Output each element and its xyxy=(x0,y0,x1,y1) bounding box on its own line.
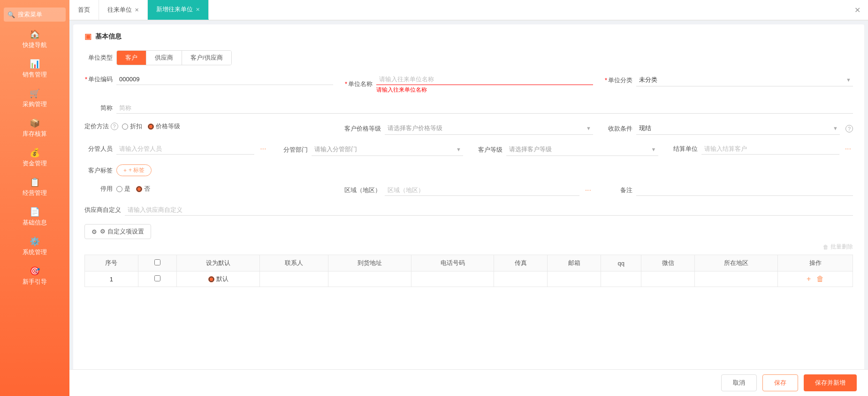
payment-terms-select[interactable]: 现结 ▼ xyxy=(636,122,840,135)
settlement-unit-input[interactable] xyxy=(701,143,839,155)
row-checkbox[interactable] xyxy=(154,275,160,281)
save-button[interactable]: 保存 xyxy=(762,374,798,391)
cell-contact xyxy=(260,272,328,287)
department-select[interactable]: 请输入分管部门 ▼ xyxy=(312,143,464,156)
sidebar-item-basic[interactable]: 📄 基础信息 xyxy=(0,202,69,232)
unit-code-input[interactable] xyxy=(116,74,333,85)
sidebar-item-inventory[interactable]: 📦 库存核算 xyxy=(0,113,69,143)
home-icon: 🏠 xyxy=(30,29,40,39)
col-phone: 电话号码 xyxy=(411,255,494,272)
row-default-option[interactable]: 默认 xyxy=(182,275,255,283)
gear-icon: ⚙️ xyxy=(30,236,40,247)
manager-more-icon[interactable]: ··· xyxy=(258,145,268,153)
pricing-level-radio[interactable] xyxy=(148,124,154,130)
guide-icon: 🎯 xyxy=(30,266,40,276)
col-qq: qq xyxy=(601,255,641,272)
tab-bar: 首页 往来单位 ✕ 新增往来单位 ✕ ✕ xyxy=(69,0,868,21)
close-all-tabs[interactable]: ✕ xyxy=(847,6,868,15)
remarks-field: 备注 xyxy=(604,185,853,196)
chevron-down-icon-5: ▼ xyxy=(651,147,658,152)
customer-level-placeholder: 请选择客户等级 xyxy=(506,143,651,155)
disabled-yes-option[interactable]: 是 xyxy=(116,185,130,193)
pricing-radio-group: 折扣 价格等级 xyxy=(122,122,180,131)
manager-input[interactable] xyxy=(116,143,254,155)
pricing-discount-option[interactable]: 折扣 xyxy=(122,122,142,131)
sidebar-item-label: 销售管理 xyxy=(23,70,47,79)
customer-price-level-field: 客户价格等级 请选择客户价格等级 ▼ xyxy=(344,122,593,135)
supplier-custom-input[interactable] xyxy=(125,204,853,216)
pricing-help-icon[interactable]: ? xyxy=(111,123,118,130)
customer-tag-row: 客户标签 + + 标签 xyxy=(84,164,853,176)
unit-name-label: *单位名称 xyxy=(344,80,373,88)
short-name-input[interactable] xyxy=(116,102,853,114)
chart-icon: 📊 xyxy=(30,59,40,69)
customer-level-select[interactable]: 请选择客户等级 ▼ xyxy=(506,143,658,156)
unit-name-input[interactable] xyxy=(376,74,593,85)
cell-email xyxy=(548,272,601,287)
cell-qq xyxy=(601,272,641,287)
add-tag-button[interactable]: + + 标签 xyxy=(116,164,152,176)
pricing-discount-radio[interactable] xyxy=(122,124,128,130)
region-more-icon[interactable]: ··· xyxy=(583,186,593,194)
unit-name-field: *单位名称 请输入往来单位名称 xyxy=(344,74,593,94)
delete-row-icon[interactable]: 🗑 xyxy=(816,275,824,283)
region-field: 区域（地区） ··· xyxy=(344,185,593,196)
btn-supplier[interactable]: 供应商 xyxy=(146,51,182,65)
btn-customer[interactable]: 客户 xyxy=(117,51,146,65)
department-label: 分管部门 xyxy=(280,146,308,154)
tab-new-partner[interactable]: 新增往来单位 ✕ xyxy=(148,0,209,20)
section-header: ▣ 基本信息 xyxy=(84,32,853,41)
payment-terms-help-icon[interactable]: ? xyxy=(845,125,853,132)
search-menu-label: 搜索菜单 xyxy=(18,10,42,19)
unit-category-select[interactable]: 未分类 ▼ xyxy=(636,74,853,86)
save-and-new-button[interactable]: 保存并新增 xyxy=(804,374,857,391)
sidebar-item-guide[interactable]: 🎯 新手引导 xyxy=(0,261,69,291)
cancel-button[interactable]: 取消 xyxy=(721,374,757,391)
disabled-no-option[interactable]: 否 xyxy=(136,185,150,193)
chevron-down-icon-3: ▼ xyxy=(833,125,840,131)
remarks-input[interactable] xyxy=(636,185,853,196)
sidebar-item-operations[interactable]: 📋 经营管理 xyxy=(0,172,69,202)
sidebar-item-quick-nav[interactable]: 🏠 快捷导航 xyxy=(0,24,69,54)
close-partners-tab[interactable]: ✕ xyxy=(135,7,139,13)
custom-settings-button[interactable]: ⚙ ⚙ 自定义项设置 xyxy=(84,224,151,239)
cell-wechat xyxy=(641,272,695,287)
btn-both[interactable]: 客户/供应商 xyxy=(182,51,231,65)
unit-category-field: *单位分类 未分类 ▼ xyxy=(604,74,853,86)
search-menu[interactable]: 🔍 搜索菜单 xyxy=(4,8,66,22)
sidebar: 🔍 搜索菜单 🏠 快捷导航 📊 销售管理 🛒 采购管理 📦 库存核算 💰 资金管… xyxy=(0,0,69,396)
pricing-level-option[interactable]: 价格等级 xyxy=(148,122,180,131)
batch-delete-label[interactable]: 批量删除 xyxy=(830,243,853,251)
table-header: 序号 设为默认 联系人 到货地址 电话号码 传真 邮箱 qq 微信 所在地区 操… xyxy=(85,255,853,272)
contacts-table: 序号 设为默认 联系人 到货地址 电话号码 传真 邮箱 qq 微信 所在地区 操… xyxy=(84,255,853,287)
sidebar-item-system[interactable]: ⚙️ 系统管理 xyxy=(0,232,69,261)
doc-icon: 📄 xyxy=(30,207,40,217)
region-input[interactable] xyxy=(385,185,579,196)
sidebar-item-sales[interactable]: 📊 销售管理 xyxy=(0,54,69,84)
supplier-custom-field: 供应商自定义 xyxy=(84,204,853,216)
gear-small-icon: ⚙ xyxy=(91,228,97,235)
unit-category-value: 未分类 xyxy=(636,74,846,86)
settlement-more-icon[interactable]: ··· xyxy=(843,145,853,153)
customer-price-level-placeholder: 请选择客户价格等级 xyxy=(385,122,586,134)
add-row-icon[interactable]: + xyxy=(807,275,811,283)
cell-address xyxy=(328,272,411,287)
sidebar-item-finance[interactable]: 💰 资金管理 xyxy=(0,143,69,172)
customer-price-level-select[interactable]: 请选择客户价格等级 ▼ xyxy=(385,122,593,135)
tab-partners[interactable]: 往来单位 ✕ xyxy=(99,0,148,20)
sidebar-item-purchase[interactable]: 🛒 采购管理 xyxy=(0,84,69,113)
batch-delete-icon: 🗑 xyxy=(823,244,829,250)
short-name-field: 简称 xyxy=(84,102,853,114)
disabled-yes-radio[interactable] xyxy=(116,186,122,192)
customer-tag-field: 客户标签 + + 标签 xyxy=(84,164,853,176)
unit-code-label: *单位编码 xyxy=(84,75,113,84)
close-new-partner-tab[interactable]: ✕ xyxy=(196,7,200,13)
customer-level-field: 客户等级 请选择客户等级 ▼ xyxy=(474,143,658,156)
footer-bar: 取消 保存 保存并新增 xyxy=(69,369,868,396)
disabled-no-radio[interactable] xyxy=(136,186,142,192)
row-default-radio[interactable] xyxy=(208,276,214,282)
select-all-checkbox[interactable] xyxy=(154,259,160,265)
custom-settings-section: ⚙ ⚙ 自定义项设置 xyxy=(84,224,853,239)
tab-home[interactable]: 首页 xyxy=(69,0,99,20)
cell-fax xyxy=(494,272,548,287)
